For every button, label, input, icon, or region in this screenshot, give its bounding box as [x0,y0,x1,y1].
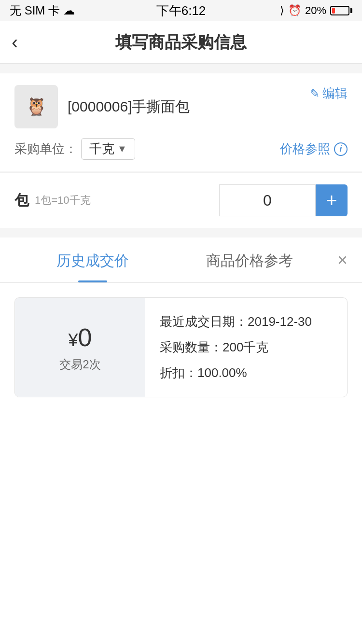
tab-close-button[interactable]: × [328,240,348,280]
discount-value: 100.00% [197,365,247,380]
tab-active-indicator [78,280,107,282]
product-header: 🦉 [0000006]手撕面包 ✎ 编辑 [14,85,348,128]
page-title: 填写商品采购信息 [115,31,247,54]
alarm-icon: ⏰ [288,4,301,17]
battery-icon [330,6,352,15]
plus-icon: + [326,190,337,211]
tabs-header: 历史成交价 商品价格参考 × [0,238,362,283]
sim-status: 无 SIM 卡 ☁ [10,3,75,18]
tab-history-price[interactable]: 历史成交价 [14,238,171,282]
history-price-content: ¥0 交易2次 最近成交日期：2019-12-30 采购数量：200千克 折扣：… [0,283,362,412]
currency-symbol: ¥ [69,330,78,350]
quantity-label: 包 1包=10千克 [14,191,91,210]
content-background [0,412,362,644]
unit-label: 采购单位： 千克 ▼ [14,138,135,160]
edit-button[interactable]: ✎ 编辑 [310,85,348,102]
navigation-bar: ‹ 填写商品采购信息 [0,21,362,64]
product-thumbnail-icon: 🦉 [26,97,47,117]
unit-select-dropdown[interactable]: 千克 ▼ [81,138,135,160]
tab-history-label: 历史成交价 [56,252,129,268]
close-icon: × [337,250,348,270]
recent-date-row: 最近成交日期：2019-12-30 [160,312,333,331]
unit-label-text: 采购单位： [14,140,77,157]
edit-icon: ✎ [310,87,320,100]
back-button[interactable]: ‹ [12,31,18,53]
status-time: 下午6:12 [156,2,206,19]
product-unit-row: 采购单位： 千克 ▼ 价格参照 i [14,138,348,160]
product-image: 🦉 [14,85,58,128]
unit-value: 千克 [89,140,114,157]
price-ref-label: 价格参照 [280,140,330,157]
purchase-quantity-row: 采购数量：200千克 [160,338,333,357]
history-price-card: ¥0 交易2次 最近成交日期：2019-12-30 采购数量：200千克 折扣：… [14,297,348,397]
product-card: 🦉 [0000006]手撕面包 ✎ 编辑 采购单位： 千克 ▼ 价格参照 i [0,73,362,171]
status-bar: 无 SIM 卡 ☁ 下午6:12 ⟩ ⏰ 20% [0,0,362,21]
recent-date-label: 最近成交日期： [160,314,248,329]
quantity-section: 包 1包=10千克 0 + [0,172,362,228]
quantity-control: 0 + [219,184,348,216]
info-icon: i [334,142,348,156]
tab-price-ref-label: 商品价格参考 [206,252,293,268]
discount-row: 折扣：100.00% [160,364,333,382]
history-price-left: ¥0 交易2次 [15,298,145,397]
battery-percent: 20% [305,4,326,17]
quantity-input[interactable]: 0 [219,184,316,216]
product-name: [0000006]手撕面包 [68,97,190,117]
edit-label: 编辑 [322,85,348,102]
recent-date-value: 2019-12-30 [248,314,312,329]
discount-label: 折扣： [160,365,197,380]
quantity-conversion-note: 1包=10千克 [35,193,91,208]
location-icon: ⟩ [280,4,284,17]
tab-product-price-ref[interactable]: 商品价格参考 [171,238,327,282]
transaction-count: 交易2次 [59,357,100,372]
history-price-value: ¥0 [69,323,92,352]
price-number: 0 [78,323,92,351]
purchase-quantity-label: 采购数量： [160,340,223,354]
status-left: 无 SIM 卡 ☁ [10,3,75,18]
quantity-unit: 包 [14,191,29,210]
status-right: ⟩ ⏰ 20% [280,4,352,17]
history-price-right: 最近成交日期：2019-12-30 采购数量：200千克 折扣：100.00% [145,298,347,397]
dropdown-arrow-icon: ▼ [117,143,127,154]
purchase-quantity-value: 200千克 [223,340,268,354]
price-reference-button[interactable]: 价格参照 i [280,140,348,157]
back-chevron-icon: ‹ [12,31,18,53]
product-left: 🦉 [0000006]手撕面包 [14,85,190,128]
quantity-value: 0 [263,192,272,210]
quantity-plus-button[interactable]: + [316,184,348,216]
tabs-container: 历史成交价 商品价格参考 × ¥0 交易2次 最近成交日期：2019-12-30 [0,238,362,644]
